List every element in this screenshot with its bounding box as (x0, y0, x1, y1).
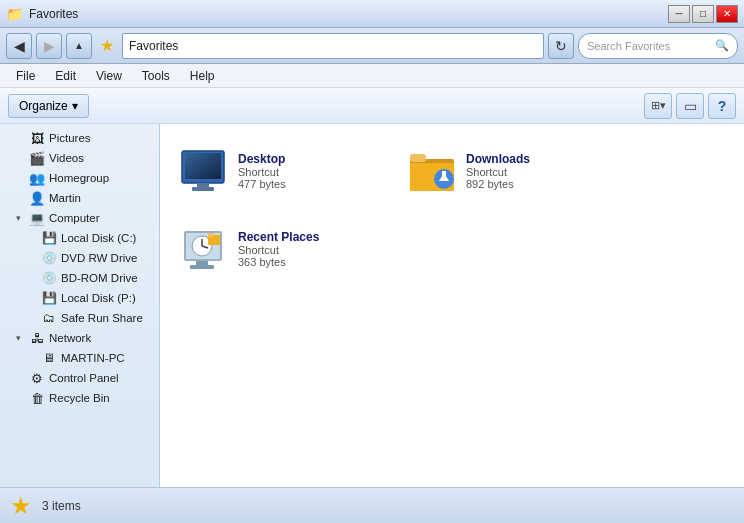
status-count: 3 items (42, 499, 81, 513)
search-icon: 🔍 (715, 39, 729, 52)
sidebar-item-local-disk-p[interactable]: 💾 Local Disk (P:) (0, 288, 159, 308)
desktop-file-type: Shortcut (238, 166, 286, 178)
toolbar-right: ⊞▾ ▭ ? (644, 93, 736, 119)
tree-arrow-computer: ▾ (16, 213, 28, 223)
menu-bar: File Edit View Tools Help (0, 64, 744, 88)
menu-tools[interactable]: Tools (134, 67, 178, 85)
local-disk-p-icon: 💾 (40, 290, 58, 306)
menu-edit[interactable]: Edit (47, 67, 84, 85)
close-button[interactable]: ✕ (716, 5, 738, 23)
file-item-desktop[interactable]: Desktop Shortcut 477 bytes (172, 136, 392, 206)
file-item-recent-places[interactable]: Recent Places Shortcut 363 bytes (172, 214, 392, 284)
menu-help[interactable]: Help (182, 67, 223, 85)
title-bar: 📁 Favorites ─ □ ✕ (0, 0, 744, 28)
desktop-svg-icon (180, 149, 228, 193)
downloads-file-info: Downloads Shortcut 892 bytes (466, 152, 530, 190)
martin-icon: 👤 (28, 190, 46, 206)
nav-bar: ◀ ▶ ▲ ★ Favorites ↻ Search Favorites 🔍 (0, 28, 744, 64)
status-star-icon: ★ (10, 492, 32, 520)
pictures-icon: 🖼 (28, 130, 46, 146)
sidebar: 🖼 Pictures 🎬 Videos 👥 Homegroup 👤 Martin… (0, 124, 160, 487)
sidebar-label-network: Network (49, 332, 91, 344)
window-icon: 📁 (6, 6, 23, 22)
maximize-button[interactable]: □ (692, 5, 714, 23)
desktop-file-info: Desktop Shortcut 477 bytes (238, 152, 286, 190)
svg-rect-17 (190, 265, 214, 269)
search-box[interactable]: Search Favorites 🔍 (578, 33, 738, 59)
downloads-svg-icon (408, 149, 456, 193)
sidebar-item-martin[interactable]: 👤 Martin (0, 188, 159, 208)
address-text: Favorites (129, 39, 178, 53)
sidebar-label-local-disk-p: Local Disk (P:) (61, 292, 136, 304)
downloads-file-size: 892 bytes (466, 178, 530, 190)
sidebar-label-videos: Videos (49, 152, 84, 164)
sidebar-label-recycle-bin: Recycle Bin (49, 392, 110, 404)
sidebar-label-computer: Computer (49, 212, 100, 224)
toolbar: Organize ▾ ⊞▾ ▭ ? (0, 88, 744, 124)
sidebar-item-computer[interactable]: ▾ 💻 Computer (0, 208, 159, 228)
file-item-downloads[interactable]: Downloads Shortcut 892 bytes (400, 136, 620, 206)
up-button[interactable]: ▲ (66, 33, 92, 59)
main-area: 🖼 Pictures 🎬 Videos 👥 Homegroup 👤 Martin… (0, 124, 744, 487)
recent-places-icon (180, 225, 228, 273)
homegroup-icon: 👥 (28, 170, 46, 186)
sidebar-label-pictures: Pictures (49, 132, 91, 144)
preview-pane-button[interactable]: ▭ (676, 93, 704, 119)
sidebar-item-safe-run[interactable]: 🗂 Safe Run Share (0, 308, 159, 328)
sidebar-item-videos[interactable]: 🎬 Videos (0, 148, 159, 168)
recent-places-file-size: 363 bytes (238, 256, 319, 268)
menu-file[interactable]: File (8, 67, 43, 85)
sidebar-item-local-disk-c[interactable]: 💾 Local Disk (C:) (0, 228, 159, 248)
address-bar[interactable]: Favorites (122, 33, 544, 59)
desktop-file-size: 477 bytes (238, 178, 286, 190)
bd-rom-icon: 💿 (40, 270, 58, 286)
recent-places-svg-icon (180, 227, 228, 271)
dvd-rw-icon: 💿 (40, 250, 58, 266)
organize-arrow-icon: ▾ (72, 99, 78, 113)
sidebar-item-control-panel[interactable]: ⚙ Control Panel (0, 368, 159, 388)
sidebar-item-pictures[interactable]: 🖼 Pictures (0, 128, 159, 148)
sidebar-label-dvd-rw: DVD RW Drive (61, 252, 137, 264)
sidebar-label-bd-rom: BD-ROM Drive (61, 272, 138, 284)
sidebar-item-network[interactable]: ▾ 🖧 Network (0, 328, 159, 348)
file-area: Desktop Shortcut 477 bytes (160, 124, 744, 487)
network-icon: 🖧 (28, 330, 46, 346)
help-button[interactable]: ? (708, 93, 736, 119)
title-bar-left: 📁 Favorites (6, 6, 78, 22)
sidebar-item-recycle-bin[interactable]: 🗑 Recycle Bin (0, 388, 159, 408)
back-button[interactable]: ◀ (6, 33, 32, 59)
computer-icon: 💻 (28, 210, 46, 226)
refresh-button[interactable]: ↻ (548, 33, 574, 59)
sidebar-item-homegroup[interactable]: 👥 Homegroup (0, 168, 159, 188)
favorites-star-icon: ★ (100, 36, 114, 55)
martin-pc-icon: 🖥 (40, 350, 58, 366)
sidebar-label-martin: Martin (49, 192, 81, 204)
title-bar-controls: ─ □ ✕ (668, 5, 738, 23)
minimize-button[interactable]: ─ (668, 5, 690, 23)
menu-view[interactable]: View (88, 67, 130, 85)
downloads-file-type: Shortcut (466, 166, 530, 178)
downloads-file-name: Downloads (466, 152, 530, 166)
videos-icon: 🎬 (28, 150, 46, 166)
desktop-file-name: Desktop (238, 152, 286, 166)
forward-button[interactable]: ▶ (36, 33, 62, 59)
svg-rect-6 (410, 154, 426, 162)
sidebar-item-dvd-rw[interactable]: 💿 DVD RW Drive (0, 248, 159, 268)
recent-places-file-name: Recent Places (238, 230, 319, 244)
sidebar-item-martin-pc[interactable]: 🖥 MARTIN-PC (0, 348, 159, 368)
svg-rect-19 (208, 233, 214, 237)
desktop-icon (180, 147, 228, 195)
svg-rect-10 (442, 171, 446, 179)
local-disk-c-icon: 💾 (40, 230, 58, 246)
view-toggle-button[interactable]: ⊞▾ (644, 93, 672, 119)
recent-places-file-info: Recent Places Shortcut 363 bytes (238, 230, 319, 268)
sidebar-label-martin-pc: MARTIN-PC (61, 352, 125, 364)
downloads-icon (408, 147, 456, 195)
organize-button[interactable]: Organize ▾ (8, 94, 89, 118)
sidebar-label-homegroup: Homegroup (49, 172, 109, 184)
sidebar-label-safe-run: Safe Run Share (61, 312, 143, 324)
sidebar-item-bd-rom[interactable]: 💿 BD-ROM Drive (0, 268, 159, 288)
tree-arrow-network: ▾ (16, 333, 28, 343)
recycle-bin-icon: 🗑 (28, 390, 46, 406)
svg-rect-4 (192, 187, 214, 191)
